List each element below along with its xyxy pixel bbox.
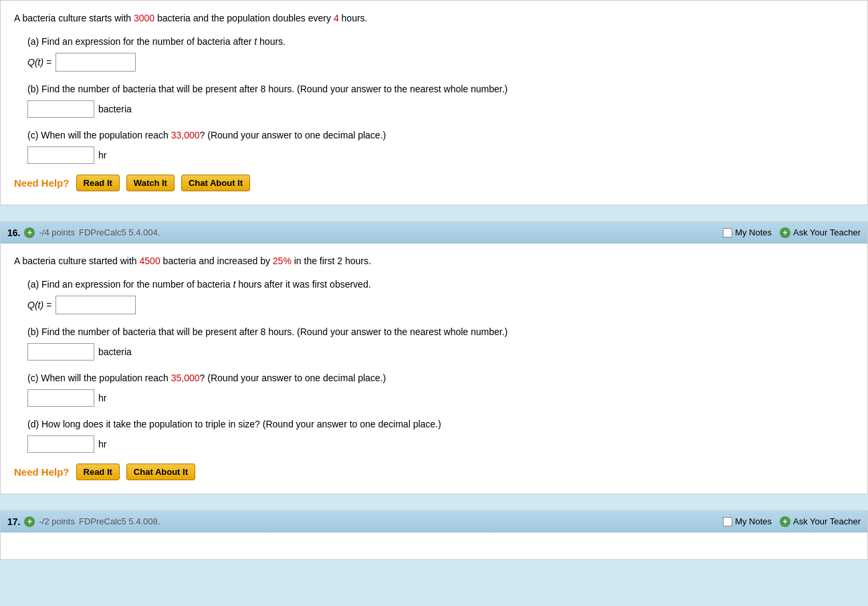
- prev-part-a-answer-row: Q(t) =: [27, 53, 854, 72]
- prev-need-help-row: Need Help? Read It Watch It Chat About I…: [14, 175, 854, 191]
- q17-course: FDPreCalc5 5.4.008.: [79, 516, 160, 526]
- q16-header-right: My Notes + Ask Your Teacher: [723, 227, 861, 238]
- prev-problem-statement: A bacteria culture starts with 3000 bact…: [14, 11, 854, 25]
- q17-ask-teacher-label: Ask Your Teacher: [793, 516, 861, 526]
- prev-part-b: (b) Find the number of bacteria that wil…: [14, 82, 854, 118]
- q16-body: A bacteria culture started with 4500 bac…: [1, 243, 867, 494]
- q16-input-a[interactable]: [56, 296, 136, 314]
- prev-qt-label-a: Q(t) =: [27, 57, 51, 68]
- q17-number: 17.: [7, 516, 20, 527]
- prev-part-b-answer-row: bacteria: [27, 100, 854, 118]
- q16-target-c: 35,000: [171, 373, 200, 383]
- prev-input-a[interactable]: [56, 53, 136, 72]
- q16-ask-teacher-icon: +: [780, 227, 790, 238]
- question-17-header: 17. + -/2 points FDPreCalc5 5.4.008. My …: [1, 511, 867, 532]
- question-16-header: 16. + -/4 points FDPreCalc5 5.4.004. My …: [1, 222, 867, 243]
- q16-expand-icon[interactable]: +: [24, 227, 35, 238]
- prev-part-a: (a) Find an expression for the number of…: [14, 35, 854, 72]
- q16-my-notes[interactable]: My Notes: [723, 227, 772, 237]
- q17-header-left: 17. + -/2 points FDPreCalc5 5.4.008.: [7, 516, 160, 527]
- q16-number: 16.: [7, 227, 20, 238]
- q17-points: -/2 points: [39, 516, 74, 526]
- q16-part-c-label: (c) When will the population reach 35,00…: [27, 371, 854, 385]
- prev-part-c-answer-row: hr: [27, 146, 854, 164]
- question-17-block: 17. + -/2 points FDPreCalc5 5.4.008. My …: [0, 510, 868, 560]
- q16-notes-checkbox[interactable]: [723, 228, 732, 237]
- q16-part-b: (b) Find the number of bacteria that wil…: [14, 325, 854, 361]
- q16-part-a-label: (a) Find an expression for the number of…: [27, 278, 854, 292]
- q16-header-left: 16. + -/4 points FDPreCalc5 5.4.004.: [7, 227, 160, 238]
- q17-my-notes[interactable]: My Notes: [723, 516, 772, 526]
- question-16-block: 16. + -/4 points FDPreCalc5 5.4.004. My …: [0, 221, 868, 494]
- prev-problem-block: A bacteria culture starts with 3000 bact…: [0, 0, 868, 205]
- q16-part-b-answer-row: bacteria: [27, 343, 854, 361]
- q16-unit-b: bacteria: [98, 346, 132, 357]
- q16-ask-teacher-label: Ask Your Teacher: [793, 227, 861, 237]
- q17-notes-label: My Notes: [735, 516, 772, 526]
- q16-ask-teacher[interactable]: + Ask Your Teacher: [780, 227, 861, 238]
- prev-watch-it-button[interactable]: Watch It: [126, 175, 175, 191]
- q16-percent: 25%: [273, 256, 292, 266]
- q16-part-d-answer-row: hr: [27, 435, 854, 453]
- q16-qt-label-a: Q(t) =: [27, 300, 51, 310]
- q16-input-c[interactable]: [27, 389, 94, 407]
- q16-part-d: (d) How long does it take the population…: [14, 417, 854, 453]
- q16-points: -/4 points: [39, 227, 74, 237]
- q16-unit-d: hr: [98, 439, 106, 449]
- prev-input-b[interactable]: [27, 100, 94, 118]
- separator-1: [0, 213, 868, 221]
- prev-target-c: 33,000: [171, 130, 200, 140]
- q16-part-b-label: (b) Find the number of bacteria that wil…: [27, 325, 854, 339]
- prev-part-c-label: (c) When will the population reach 33,00…: [27, 128, 854, 142]
- separator-2: [0, 502, 868, 510]
- prev-input-c[interactable]: [27, 146, 94, 164]
- q16-chat-about-it-button[interactable]: Chat About It: [126, 464, 195, 480]
- prev-part-b-label: (b) Find the number of bacteria that wil…: [27, 82, 854, 96]
- q16-part-c: (c) When will the population reach 35,00…: [14, 371, 854, 407]
- prev-read-it-button[interactable]: Read It: [76, 175, 120, 191]
- q16-bacteria-count: 4500: [140, 256, 160, 266]
- q16-part-a: (a) Find an expression for the number of…: [14, 278, 854, 314]
- q16-part-c-answer-row: hr: [27, 389, 854, 407]
- q17-body: [1, 532, 867, 559]
- q16-statement: A bacteria culture started with 4500 bac…: [14, 254, 854, 268]
- q16-notes-label: My Notes: [735, 227, 772, 237]
- q17-header-right: My Notes + Ask Your Teacher: [723, 516, 861, 527]
- prev-need-help-label: Need Help?: [14, 177, 70, 189]
- q16-input-b[interactable]: [27, 343, 94, 361]
- prev-bacteria-count: 3000: [134, 13, 154, 23]
- prev-part-c: (c) When will the population reach 33,00…: [14, 128, 854, 164]
- prev-chat-about-it-button[interactable]: Chat About It: [181, 175, 250, 191]
- q17-notes-checkbox[interactable]: [723, 517, 732, 526]
- q17-expand-icon[interactable]: +: [24, 516, 35, 527]
- q17-ask-teacher[interactable]: + Ask Your Teacher: [780, 516, 861, 527]
- q16-part-a-answer-row: Q(t) =: [27, 296, 854, 314]
- prev-hours-value: 4: [334, 13, 339, 23]
- prev-unit-c: hr: [98, 150, 106, 161]
- page-wrapper: A bacteria culture starts with 3000 bact…: [0, 0, 868, 560]
- q16-need-help-label: Need Help?: [14, 466, 70, 478]
- q17-ask-teacher-icon: +: [780, 516, 790, 527]
- q16-course: FDPreCalc5 5.4.004.: [79, 227, 160, 237]
- prev-part-a-label: (a) Find an expression for the number of…: [27, 35, 854, 49]
- q16-need-help-row: Need Help? Read It Chat About It: [14, 464, 854, 480]
- q16-unit-c: hr: [98, 393, 106, 403]
- q16-part-d-label: (d) How long does it take the population…: [27, 417, 854, 431]
- q16-input-d[interactable]: [27, 435, 94, 453]
- prev-unit-b: bacteria: [98, 104, 132, 114]
- q16-read-it-button[interactable]: Read It: [76, 464, 120, 480]
